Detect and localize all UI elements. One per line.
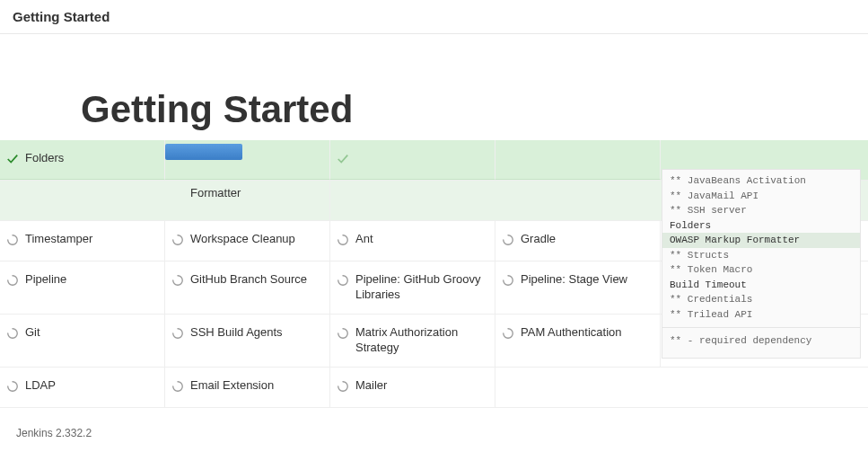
plugin-label: Pipeline bbox=[25, 272, 66, 288]
spinner-icon bbox=[501, 233, 515, 247]
plugin-cell bbox=[495, 181, 661, 220]
plugin-cell[interactable]: Pipeline: Stage View bbox=[495, 261, 661, 314]
wizard-header: Getting Started bbox=[0, 0, 868, 34]
spinner-icon bbox=[336, 379, 350, 394]
plugin-cell[interactable]: Pipeline bbox=[0, 261, 165, 314]
plugin-cell[interactable]: Matrix Authorization Strategy bbox=[330, 315, 495, 367]
spinner-icon bbox=[336, 273, 350, 288]
plugin-cell[interactable]: Gradle bbox=[495, 221, 661, 261]
plugin-cell[interactable]: PAM Authentication bbox=[495, 315, 661, 367]
plugin-cell[interactable]: Mailer bbox=[330, 368, 495, 407]
spinner-icon bbox=[336, 233, 350, 247]
page-title: Getting Started bbox=[81, 88, 868, 131]
spinner-icon bbox=[171, 379, 185, 394]
plugin-cell-empty bbox=[495, 368, 661, 407]
plugin-label: SSH Build Agents bbox=[190, 325, 283, 341]
plugin-row: LDAPEmail ExtensionMailer bbox=[0, 368, 868, 408]
plugin-cell[interactable] bbox=[330, 140, 495, 180]
progress-bar bbox=[165, 144, 242, 160]
plugin-label: LDAP bbox=[25, 378, 56, 394]
plugin-cell[interactable]: LDAP bbox=[0, 368, 165, 407]
spinner-icon bbox=[171, 233, 185, 247]
log-line: JavaMail API bbox=[662, 189, 860, 204]
plugin-label: Timestamper bbox=[25, 232, 92, 247]
spinner-icon bbox=[5, 233, 20, 247]
plugin-cell[interactable]: Email Extension bbox=[165, 368, 330, 407]
plugin-label: Mailer bbox=[355, 378, 387, 394]
plugin-cell[interactable]: Pipeline: GitHub Groovy Libraries bbox=[330, 261, 495, 314]
plugin-cell[interactable]: Workspace Cleanup bbox=[165, 221, 330, 261]
plugin-cell-folders[interactable]: Folders bbox=[0, 140, 165, 180]
plugin-label: Email Extension bbox=[190, 378, 274, 394]
plugin-cell-formatter[interactable]: Formatter bbox=[165, 181, 330, 220]
spinner-icon bbox=[171, 273, 185, 288]
check-icon bbox=[5, 152, 20, 166]
plugin-label: Workspace Cleanup bbox=[190, 232, 295, 247]
check-icon bbox=[336, 152, 350, 166]
plugin-label: Formatter bbox=[190, 186, 241, 201]
plugin-cell[interactable]: Timestamper bbox=[0, 221, 165, 261]
spinner-icon bbox=[171, 326, 185, 341]
plugin-label: Matrix Authorization Strategy bbox=[355, 325, 486, 356]
wizard-header-title: Getting Started bbox=[13, 9, 110, 24]
log-legend: ** - required dependency bbox=[662, 327, 860, 354]
install-log-panel: JavaBeans ActivationJavaMail APISSH serv… bbox=[662, 169, 861, 359]
log-line: Credentials bbox=[662, 292, 860, 307]
plugin-label: Gradle bbox=[521, 232, 556, 247]
log-line: Trilead API bbox=[662, 307, 860, 323]
plugin-cell[interactable]: GitHub Branch Source bbox=[165, 261, 330, 314]
spinner-icon bbox=[5, 273, 20, 288]
version-footer: Jenkins 2.332.2 bbox=[16, 427, 92, 439]
plugin-cell bbox=[330, 181, 495, 220]
log-line: Structs bbox=[662, 248, 860, 263]
log-line: SSH server bbox=[662, 203, 860, 218]
spinner-icon bbox=[5, 379, 20, 394]
plugin-label: GitHub Branch Source bbox=[190, 272, 307, 288]
log-line: Build Timeout bbox=[662, 278, 860, 293]
log-line: Folders bbox=[662, 218, 860, 234]
log-line: JavaBeans Activation bbox=[662, 173, 860, 189]
plugin-label: Ant bbox=[355, 232, 373, 247]
spinner-icon bbox=[5, 326, 20, 341]
spinner-icon bbox=[336, 326, 350, 341]
spinner-icon bbox=[501, 326, 515, 341]
plugin-label: Pipeline: GitHub Groovy Libraries bbox=[355, 272, 486, 303]
log-line: OWASP Markup Formatter bbox=[662, 233, 860, 248]
plugin-label: Git bbox=[25, 325, 40, 341]
plugin-label: Folders bbox=[25, 151, 64, 166]
plugin-cell[interactable] bbox=[495, 140, 661, 180]
plugin-cell[interactable]: SSH Build Agents bbox=[165, 315, 330, 367]
spinner-icon bbox=[501, 273, 515, 288]
plugin-label: PAM Authentication bbox=[521, 325, 622, 341]
plugin-cell[interactable]: Ant bbox=[330, 221, 495, 261]
plugin-label: Pipeline: Stage View bbox=[521, 272, 627, 288]
plugin-cell bbox=[0, 181, 165, 220]
log-line: Token Macro bbox=[662, 262, 860, 278]
plugin-cell-progress[interactable] bbox=[165, 140, 330, 180]
plugin-cell[interactable]: Git bbox=[0, 315, 165, 367]
